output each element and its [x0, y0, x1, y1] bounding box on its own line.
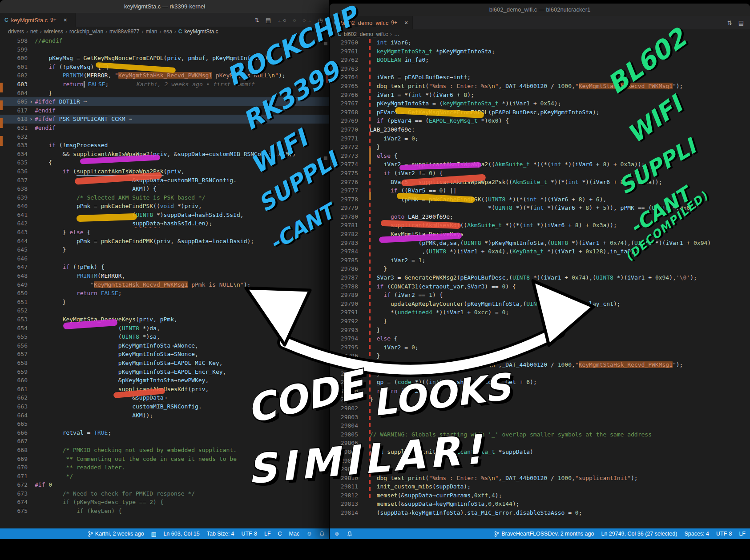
feedback-icon[interactable]: ☺: [306, 531, 312, 537]
line-number[interactable]: 633: [0, 141, 28, 150]
line-number[interactable]: 29772: [330, 143, 358, 152]
line-number[interactable]: 599: [0, 45, 28, 54]
line-number[interactable]: 598: [0, 36, 28, 45]
doc-status-icon[interactable]: ▥: [151, 531, 157, 537]
line-number[interactable]: 666: [0, 428, 28, 437]
code-line[interactable]: 646: [0, 254, 329, 263]
line-number[interactable]: 661: [0, 385, 28, 394]
line-number[interactable]: 29778: [330, 195, 358, 204]
breadcrumb[interactable]: drivers›net›wireless›rockchip_wlan›mvl88…: [0, 27, 329, 36]
line-number[interactable]: 602: [0, 71, 28, 80]
code-line[interactable]: 641 (UINT8 *)suppData→hashSsId.SsId,: [0, 211, 329, 220]
code-line[interactable]: 29790 updateApReplayCounter(pKeyMgmtInfo…: [330, 300, 750, 308]
line-number[interactable]: 636: [0, 167, 28, 176]
line-number[interactable]: 664: [0, 411, 28, 420]
sync-icon[interactable]: ⇅: [727, 20, 732, 26]
line-number[interactable]: 646: [0, 254, 28, 263]
code-line[interactable]: 29785 iVar2 = 1;: [330, 256, 750, 265]
breadcrumb-item[interactable]: …: [394, 31, 399, 37]
line-number[interactable]: 673: [0, 489, 28, 498]
line-number[interactable]: 655: [0, 332, 28, 341]
line-number[interactable]: 29769: [330, 116, 358, 125]
line-number[interactable]: 640: [0, 202, 28, 211]
line-number[interactable]: 603: [0, 80, 28, 89]
line-number[interactable]: 29776: [330, 178, 358, 187]
line-number[interactable]: 29803: [330, 413, 358, 422]
line-number[interactable]: 29813: [330, 500, 358, 508]
close-tab-icon[interactable]: ×: [404, 19, 408, 26]
line-number[interactable]: 644: [0, 237, 28, 246]
code-line[interactable]: 29787 SVar3 = GeneratePWKMsg2(pEAPoLBufD…: [330, 273, 750, 282]
line-number[interactable]: 632: [0, 132, 28, 141]
git-blame-status[interactable]: Karthi, 2 weeks ago: [88, 531, 144, 537]
breadcrumb-item[interactable]: drivers: [8, 28, 24, 35]
encoding-status[interactable]: UTF-8: [242, 531, 257, 537]
fold-chevron-icon[interactable]: ›: [28, 97, 35, 106]
line-number[interactable]: 659: [0, 368, 28, 376]
indent-status[interactable]: Spaces: 4: [684, 531, 709, 537]
breadcrumb[interactable]: Cbl602_demo_wifi.c›…: [330, 29, 750, 39]
line-number[interactable]: 675: [0, 507, 28, 516]
line-number[interactable]: 29770: [330, 125, 358, 134]
line-number[interactable]: 29795: [330, 343, 358, 352]
code-line[interactable]: 666 retval = TRUE;: [0, 428, 329, 437]
line-number[interactable]: 671: [0, 472, 28, 481]
code-line[interactable]: 29786 }: [330, 264, 750, 273]
line-number[interactable]: 29791: [330, 308, 358, 317]
code-line[interactable]: 29776 BVar5 = supplicantAkmIsWpaWpa2Psk(…: [330, 178, 750, 187]
line-number[interactable]: 601: [0, 63, 28, 72]
line-number[interactable]: 653: [0, 315, 28, 324]
line-number[interactable]: 652: [0, 306, 28, 315]
line-number[interactable]: 651: [0, 298, 28, 307]
code-line[interactable]: 29769 if (pEVar4 == (EAPOL_KeyMsg_t *)0x…: [330, 116, 750, 125]
code-line[interactable]: 29784 ,(UINT8 *)(iVar1 + 0xa4),(KeyData_…: [330, 247, 750, 256]
code-line[interactable]: 29770LAB_2300f69e:: [330, 125, 750, 134]
line-number[interactable]: 29812: [330, 491, 358, 500]
close-tab-icon[interactable]: ×: [64, 16, 67, 24]
line-number[interactable]: 672: [0, 480, 28, 489]
line-number[interactable]: 29783: [330, 239, 358, 248]
eol-status[interactable]: LF: [739, 531, 746, 537]
code-line[interactable]: 657 pKeyMgmtInfoSta→SNonce,: [0, 350, 329, 359]
code-line[interactable]: 29814 (suppData→keyMgmtInfoSta).sta_MIC_…: [330, 508, 750, 517]
encoding-status[interactable]: UTF-8: [716, 531, 732, 537]
current-change-icon[interactable]: ○: [293, 17, 296, 24]
line-number[interactable]: 658: [0, 359, 28, 368]
line-number[interactable]: 29792: [330, 317, 358, 326]
line-number[interactable]: 29777: [330, 186, 358, 195]
line-number[interactable]: 604: [0, 89, 28, 98]
line-number[interactable]: 29804: [330, 421, 358, 430]
code-line[interactable]: 649 "KeyMgmtStaHsk_Recvd_PWKMsg1 pPmk is…: [0, 280, 329, 289]
line-number[interactable]: 656: [0, 341, 28, 350]
line-number[interactable]: 29768: [330, 108, 358, 117]
cursor-position-status[interactable]: Ln 29749, Col 36 (27 selected): [601, 531, 677, 537]
line-number[interactable]: 29790: [330, 300, 358, 308]
code-line[interactable]: 656 pKeyMgmtInfoSta→ANonce,: [0, 341, 329, 350]
code-line[interactable]: 29804: [330, 421, 750, 430]
breadcrumb-item[interactable]: wireless: [44, 28, 63, 35]
language-mode-status[interactable]: C: [278, 531, 282, 537]
code-line[interactable]: 29792 }: [330, 317, 750, 326]
code-line[interactable]: 673 /* Need to check for PMKID response …: [0, 489, 329, 498]
code-line[interactable]: 652: [0, 306, 329, 315]
line-number[interactable]: 29814: [330, 508, 358, 517]
line-number[interactable]: 605: [0, 97, 28, 106]
breadcrumb-item[interactable]: net: [30, 28, 38, 35]
line-number[interactable]: 643: [0, 228, 28, 237]
line-number[interactable]: 29771: [330, 134, 358, 143]
line-number[interactable]: 674: [0, 498, 28, 507]
line-number[interactable]: 670: [0, 463, 28, 472]
line-number[interactable]: 29786: [330, 264, 358, 273]
window-title[interactable]: keyMgmtSta.c — rk3399-kernel: [0, 0, 329, 13]
line-number[interactable]: 29761: [330, 47, 358, 56]
bell-icon[interactable]: [319, 531, 325, 536]
line-number[interactable]: 29785: [330, 256, 358, 265]
code-line[interactable]: 29788 if (CONCAT31(extraout_var,SVar3) =…: [330, 282, 750, 291]
line-number[interactable]: 29796: [330, 352, 358, 360]
code-line[interactable]: 659 pKeyMgmtInfoSta→EAPOL_Encr_Key,: [0, 368, 329, 376]
code-line[interactable]: 29766 iVar1 = *(int *)(iVar6 + 8);: [330, 91, 750, 100]
line-number[interactable]: 638: [0, 184, 28, 193]
breadcrumb-item[interactable]: mlan: [145, 28, 157, 35]
code-line[interactable]: 29762 BOOLEAN in_fa0;: [330, 56, 750, 64]
bell-icon[interactable]: [347, 531, 352, 536]
